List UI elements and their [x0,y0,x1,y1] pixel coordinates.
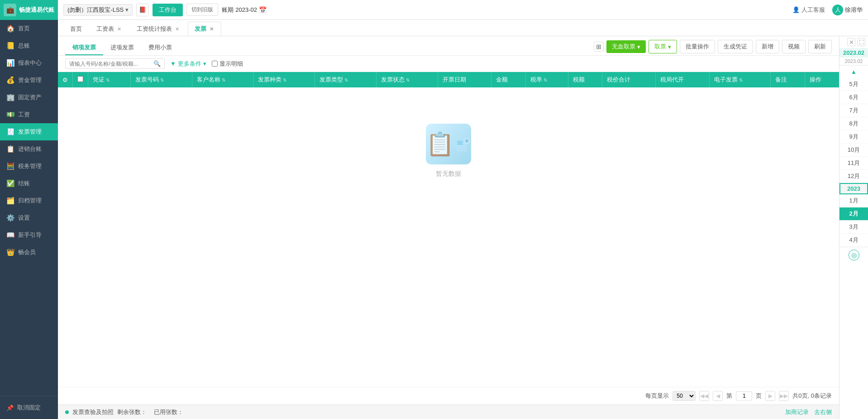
col-electronic[interactable]: 电子发票 ⇅ [709,72,771,87]
col-amount-label: 金额 [496,76,508,83]
col-remark-label: 备注 [775,76,787,83]
date-month-5[interactable]: 5月 [839,78,868,91]
grid-view-icon[interactable]: ⊞ [594,42,604,52]
col-invoice-cat[interactable]: 发票类型 ⇅ [315,72,377,87]
show-detail-checkbox[interactable]: 显示明细 [212,60,243,68]
batch-ops-button[interactable]: 批量操作 [680,40,715,53]
col-customer[interactable]: 客户名称 ⇅ [192,72,253,87]
new-label: 新增 [762,43,773,51]
workbench-button[interactable]: 工作台 [153,4,183,16]
company-selector[interactable]: (勿删）江西股宝-LSS ▾ [63,4,133,16]
date-panel-close-button[interactable]: ✕ [847,38,855,46]
sidebar-item-report[interactable]: 📊 报表中心 [0,54,58,72]
sidebar-item-member[interactable]: 👑 畅会员 [0,244,58,261]
date-month-3[interactable]: 3月 [839,221,868,234]
prev-page-button[interactable]: ◀ [713,391,723,401]
per-page-select[interactable]: 50 20 100 [672,391,696,401]
last-page-button[interactable]: ▶▶ [779,391,789,401]
search-icon[interactable]: 🔍 [153,60,161,67]
tab-salary-close[interactable]: ✕ [116,26,122,32]
date-circle-button[interactable]: ◎ [839,247,868,263]
select-all-checkbox[interactable] [77,76,83,82]
date-month-7[interactable]: 7月 [839,104,868,117]
unpin-button[interactable]: 📌 取消固定 [0,400,58,415]
search-input[interactable] [69,61,152,67]
per-page-label: 每页显示 [645,392,669,400]
col-tax-total: 税价合计 [602,72,656,87]
col-voucher[interactable]: 凭证 ⇅ [88,72,131,87]
page-input[interactable] [736,391,752,400]
date-month-8[interactable]: 8月 [839,117,868,130]
sales-icon: 📋 [6,145,14,153]
sidebar-item-invoice[interactable]: 🧾 发票管理 [0,123,58,140]
sidebar-item-settings[interactable]: ⚙️ 设置 [0,209,58,226]
user-menu[interactable]: 人 徐溶华 [832,5,863,15]
no-ticket-button[interactable]: 无血取票 ▾ [606,40,646,53]
date-item-prev: 2023.02 [839,58,868,65]
col-operation: 操作 [805,72,839,87]
sidebar-item-salary[interactable]: 💵 工资 [0,106,58,123]
tab-invoice-close[interactable]: ✕ [208,26,215,32]
date-panel: ✕ ⛶ 2023.02 2023.02 ▲ 5月 6月 7月 8月 [839,36,868,419]
refresh-button[interactable]: 刷新 [808,40,832,53]
sub-tab-sales-invoice[interactable]: 销项发票 [65,41,103,55]
date-panel-expand-button[interactable]: ⛶ [857,38,865,46]
sidebar-item-fund[interactable]: 💰 资金管理 [0,72,58,89]
sidebar-item-label: 归档管理 [18,197,42,205]
table-wrapper[interactable]: ⚙ 凭证 ⇅ [58,72,839,387]
period-calendar-icon[interactable]: 📅 [259,6,267,14]
col-settings[interactable]: ⚙ [58,72,73,87]
page-label: 第 [726,392,732,400]
col-checkbox[interactable] [73,72,88,87]
date-month-2[interactable]: 2月 [839,207,868,221]
video-button[interactable]: 视频 [782,40,806,53]
tab-salary-table[interactable]: 工资表 ✕ [90,22,129,36]
period-label: 账期 [222,6,234,14]
sort-invoice-cat-icon: ⇅ [344,77,348,82]
sub-tab-expense-receipt[interactable]: 费用小票 [141,41,179,55]
switch-button[interactable]: 切到旧版 [186,4,218,16]
sidebar-item-home[interactable]: 🏠 首页 [0,20,58,37]
date-nav-up[interactable]: ▲ [839,65,868,78]
date-month-12[interactable]: 12月 [839,170,868,183]
next-page-button[interactable]: ▶ [765,391,775,401]
go-right-link[interactable]: 去右侧 [814,408,832,416]
sidebar-item-label: 畅会员 [18,248,36,256]
date-month-11[interactable]: 11月 [839,157,868,170]
col-invoice-type[interactable]: 发票种类 ⇅ [253,72,315,87]
date-month-10[interactable]: 10月 [839,144,868,157]
date-month-9[interactable]: 9月 [839,130,868,144]
sort-voucher-icon: ⇅ [106,77,110,82]
col-invoice-status[interactable]: 发票状态 ⇅ [376,72,438,87]
sub-tab-purchase-invoice[interactable]: 进项发票 [103,41,141,55]
sidebar-item-guide[interactable]: 📖 新手引导 [0,226,58,244]
tab-home[interactable]: 首页 [63,22,89,36]
more-conditions[interactable]: ▼ 更多条件 ▾ [170,60,206,68]
date-month-6[interactable]: 6月 [839,91,868,104]
page-content: 销项发票 进项发票 费用小票 ⊞ 无血取票 ▾ 取票 ▾ [58,36,868,419]
tab-salary-stats[interactable]: 工资统计报表 ✕ [130,22,187,36]
sidebar-item-asset[interactable]: 🏢 固定资产 [0,89,58,106]
sidebar-item-tax[interactable]: 🧮 税务管理 [0,158,58,175]
ticket-button[interactable]: 取票 ▾ [649,40,677,53]
book-icon-button[interactable]: 📕 [136,4,149,16]
sidebar-item-label: 设置 [18,214,30,222]
new-button[interactable]: 新增 [756,40,779,53]
first-page-button[interactable]: ◀◀ [699,391,709,401]
col-tax-rate[interactable]: 税率 ⇅ [525,72,568,87]
sidebar-item-archive[interactable]: 🗂️ 归档管理 [0,192,58,209]
tab-invoice[interactable]: 发票 ✕ [188,22,221,36]
sidebar-item-ledger[interactable]: 📒 总账 [0,37,58,54]
gen-voucher-button[interactable]: 生成凭证 [718,40,753,53]
used-label: 已用张数： [154,408,183,416]
tab-salary-stats-close[interactable]: ✕ [174,26,180,32]
date-month-1[interactable]: 1月 [839,194,868,207]
sidebar-item-settle[interactable]: ✅ 结账 [0,175,58,192]
show-detail-input[interactable] [212,61,218,67]
col-invoice-no[interactable]: 发票号码 ⇅ [130,72,192,87]
date-panel-header: ✕ ⛶ 2023.02 2023.02 [839,36,868,65]
date-month-4[interactable]: 4月 [839,234,868,247]
sidebar-item-sales[interactable]: 📋 进销台账 [0,140,58,158]
join-record-link[interactable]: 加商记录 [785,408,809,416]
customer-service[interactable]: 👤 人工客服 [792,6,825,14]
